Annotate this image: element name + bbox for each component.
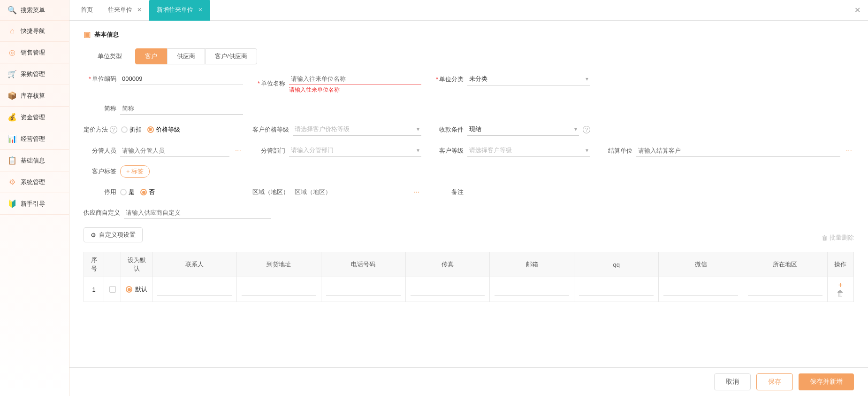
region-input[interactable] [293,186,408,198]
sidebar-item-finance[interactable]: 💰 资金管理 [0,107,69,128]
col-checkbox [104,252,121,277]
save-button[interactable]: 保存 [756,373,793,390]
form-row-pricing: 定价方法 ? 折扣 价格等级 客户价格等级 [84,123,854,136]
customer-level-select[interactable]: 请选择客户等级 ▾ [467,144,590,157]
manager-label: 分管人员 [84,147,116,155]
short-name-input[interactable] [120,102,243,115]
row-delete-btn[interactable]: 🗑 [835,289,845,297]
disabled-label: 停用 [84,188,116,196]
form-row-supplier-custom: 供应商自定义 [84,207,854,219]
manager-group: 分管人员 ··· [84,145,243,157]
settlement-unit-input[interactable] [636,145,840,157]
row-checkbox[interactable] [109,286,116,293]
sidebar-item-purchase[interactable]: 🛒 采购管理 [0,63,69,85]
customer-price-level-placeholder: 请选择客户价格等级 [295,125,415,133]
supplier-custom-input[interactable] [124,207,271,219]
settlement-unit-more-btn[interactable]: ··· [844,147,854,155]
unit-type-customer[interactable]: 客户 [135,48,167,64]
unit-name-input-wrap: 请输入往来单位名称 [289,73,421,94]
wechat-input[interactable] [663,283,738,295]
tab-new-partner[interactable]: 新增往来单位 ✕ [149,0,210,21]
payment-terms-help-icon[interactable]: ? [583,126,590,133]
sidebar-item-basic[interactable]: 📋 基础信息 [0,150,69,171]
customer-price-level-group: 客户价格等级 请选择客户价格等级 ▾ [252,123,421,136]
batch-delete-button[interactable]: 🗑 批量删除 [822,233,854,242]
phone-input[interactable] [326,283,401,295]
sidebar-item-label: 新手引导 [21,200,45,208]
pricing-help-icon[interactable]: ? [110,126,117,133]
manager-more-btn[interactable]: ··· [233,147,243,155]
inventory-icon: 📦 [8,91,17,100]
radio-no[interactable]: 否 [140,188,155,196]
email-input[interactable] [495,283,569,295]
contacts-table-wrap: 序号 设为默认 联系人 到货地址 电话号码 传真 邮箱 qq 微信 所在地区 操… [84,252,854,302]
col-fax: 传真 [405,252,490,277]
unit-code-input[interactable] [120,73,243,85]
remarks-group: 备注 [431,186,854,198]
sidebar-item-business[interactable]: 📊 经营管理 [0,128,69,150]
section-icon: ▣ [84,30,91,39]
location-input[interactable] [748,283,822,295]
sidebar-item-label: 系统管理 [21,178,45,186]
region-more-btn[interactable]: ··· [411,188,421,196]
sidebar-item-quick-nav[interactable]: ⌂ 快捷导航 [0,21,69,42]
customer-price-level-label: 客户价格等级 [252,125,289,134]
region-group: 区域（地区） ··· [252,186,421,198]
unit-type-row: 单位类型 客户 供应商 客户/供应商 [84,48,854,64]
payment-terms-value: 现结 [469,125,572,133]
business-icon: 📊 [8,134,17,143]
radio-price-level[interactable]: 价格等级 [147,125,180,134]
sidebar-item-label: 基础信息 [21,156,45,165]
fax-input[interactable] [411,283,485,295]
chevron-down-icon5: ▾ [586,147,588,154]
row-add-btn[interactable]: + [837,281,844,289]
tab-new-partner-close[interactable]: ✕ [198,7,203,13]
table-header-row: 序号 设为默认 联系人 到货地址 电话号码 传真 邮箱 qq 微信 所在地区 操… [84,252,854,277]
pricing-method-group: 定价方法 ? 折扣 价格等级 [84,125,243,134]
form-row-tag: 客户标签 + 标签 [84,165,854,178]
sidebar-search[interactable]: 🔍 搜索菜单 [0,0,69,21]
save-new-button[interactable]: 保存并新增 [799,373,854,390]
cancel-button[interactable]: 取消 [714,373,751,390]
qq-input[interactable] [579,283,654,295]
short-name-label: 简称 [84,104,116,113]
sidebar-item-system[interactable]: ⚙ 系统管理 [0,171,69,193]
unit-type-both[interactable]: 客户/供应商 [205,48,257,64]
radio-circle-discount [121,126,128,133]
add-tag-button[interactable]: + 标签 [120,165,150,178]
contact-input[interactable] [157,283,232,295]
tab-partners[interactable]: 往来单位 ✕ [100,0,149,21]
cell-qq [574,277,659,302]
remarks-input[interactable] [467,186,854,198]
cell-email [490,277,574,302]
manager-input[interactable] [120,145,229,157]
unit-name-input[interactable] [289,73,421,85]
address-input[interactable] [242,283,316,295]
payment-terms-select[interactable]: 现结 ▾ [467,123,579,136]
chevron-down-icon: ▾ [586,76,588,82]
cell-address [237,277,321,302]
gear-icon: ⚙ [91,232,96,239]
tab-partners-close[interactable]: ✕ [137,7,142,13]
sales-icon: ◎ [8,48,17,57]
customer-price-level-select[interactable]: 请选择客户价格等级 ▾ [293,123,421,136]
radio-discount[interactable]: 折扣 [121,125,142,134]
default-label: 默认 [135,285,147,294]
unit-type-supplier[interactable]: 供应商 [167,48,205,64]
unit-category-select[interactable]: 未分类 ▾ [467,73,590,85]
form-row-manager: 分管人员 ··· 分管部门 请输入分管部门 ▾ 客户等级 请选择客 [84,144,854,157]
close-all-tabs[interactable]: ✕ [851,4,864,16]
sidebar-item-sales[interactable]: ◎ 销售管理 [0,42,69,63]
disabled-group: 停用 是 否 [84,188,243,196]
basic-icon: 📋 [8,156,17,165]
custom-settings-button[interactable]: ⚙ 自定义项设置 [84,227,143,242]
department-select[interactable]: 请输入分管部门 ▾ [289,144,421,157]
sidebar-item-guide[interactable]: 🔰 新手引导 [0,193,69,215]
purchase-icon: 🛒 [8,70,17,78]
tab-home[interactable]: 首页 [73,0,100,21]
col-qq: qq [574,252,659,277]
radio-yes[interactable]: 是 [120,188,135,196]
sidebar-item-inventory[interactable]: 📦 库存核算 [0,85,69,107]
remarks-label: 备注 [431,188,464,196]
default-radio[interactable] [126,286,132,293]
